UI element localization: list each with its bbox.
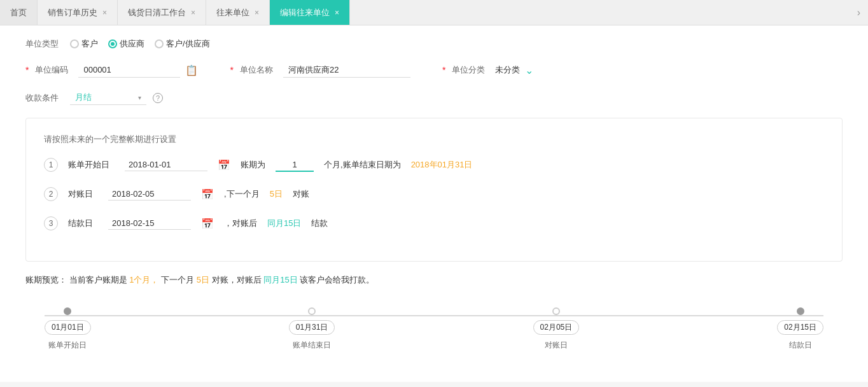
unit-category-group: * 单位分类 未分类 ⌄ xyxy=(442,64,622,76)
tab-counterpart-units-label: 往来单位 xyxy=(216,7,249,18)
preview-highlight3: 同月15日 xyxy=(263,275,297,285)
tab-edit-counterpart-label: 编辑往来单位 xyxy=(280,7,330,18)
preview-text-2: 下一个月 xyxy=(161,275,194,285)
payment-terms-select[interactable]: 月结 ▾ xyxy=(70,90,146,105)
step-1-calendar-icon[interactable]: 📅 xyxy=(218,159,230,171)
payment-terms-row: 收款条件 月结 ▾ ? xyxy=(25,90,843,105)
preview-text-3: 对账，对账后 xyxy=(212,275,262,285)
timeline-label-3: 对账日 xyxy=(545,340,568,351)
tab-edit-counterpart[interactable]: 编辑往来单位 × xyxy=(270,0,350,25)
timeline-point-3: 02月05日 对账日 xyxy=(533,301,580,351)
help-icon[interactable]: ? xyxy=(153,93,163,103)
step-1-suffix-before: 账期为 xyxy=(241,159,265,171)
step-1-num: 1 xyxy=(44,158,58,172)
unit-category-star: * xyxy=(442,65,445,75)
preview-label: 账期预览： xyxy=(25,275,67,285)
step-2-row: 2 对账日 📅 ,下一个月 5日 对账 xyxy=(44,187,824,201)
radio-customer-circle xyxy=(70,39,79,48)
unit-category-value: 未分类 xyxy=(495,64,520,76)
payment-terms-value: 月结 xyxy=(75,92,136,103)
unit-code-icon[interactable]: 📋 xyxy=(185,64,198,76)
step-1-row: 1 账单开始日 📅 账期为 个月,账单结束日期为 2018年01月31日 xyxy=(44,158,824,172)
step-3-suffix-pre: ，对账后 xyxy=(224,218,257,229)
tab-home[interactable]: 首页 xyxy=(0,0,38,25)
tab-sales-order-history[interactable]: 销售订单历史 × xyxy=(38,0,118,25)
step-2-suffix-pre: ,下一个月 xyxy=(224,188,260,200)
radio-both[interactable]: 客户/供应商 xyxy=(155,38,210,50)
step-3-suffix-post: 结款 xyxy=(311,218,328,229)
timeline-label-2: 账单结束日 xyxy=(293,340,331,351)
radio-customer-label: 客户 xyxy=(81,38,98,50)
tab-expand-button[interactable]: › xyxy=(850,0,868,25)
timeline-badge-1: 01月01日 xyxy=(45,320,91,335)
radio-group-unit-type: 客户 供应商 客户/供应商 xyxy=(70,38,210,50)
step-1-date-input[interactable] xyxy=(125,158,207,171)
tab-sales-order-history-close[interactable]: × xyxy=(102,8,107,17)
radio-customer[interactable]: 客户 xyxy=(70,38,98,50)
step-2-highlight: 5日 xyxy=(270,188,283,200)
timeline-wrapper: 01月01日 账单开始日 01月31日 账单结束日 02月05日 对账日 02月… xyxy=(25,301,843,351)
timeline-label-4: 结款日 xyxy=(789,340,812,351)
step-2-calendar-icon[interactable]: 📅 xyxy=(201,188,214,201)
preview-text-4: 该客户会给我打款。 xyxy=(300,275,374,285)
unit-name-input[interactable] xyxy=(283,62,410,78)
timeline-label-1: 账单开始日 xyxy=(48,340,87,351)
preview-text: 账期预览： 当前客户账期是 1个月， 下一个月 5日 对账，对账后 同月15日 … xyxy=(25,274,843,286)
main-content: 单位类型 客户 供应商 客户/供应商 * 单位编码 📋 * xyxy=(0,25,868,382)
payment-terms-chevron-icon: ▾ xyxy=(138,94,141,101)
unit-category-label: 单位分类 xyxy=(452,64,485,76)
step-1-end-date: 2018年01月31日 xyxy=(411,159,473,171)
preview-highlight1: 1个月， xyxy=(129,275,158,285)
radio-both-label: 客户/供应商 xyxy=(166,38,210,50)
unit-code-star: * xyxy=(25,65,29,75)
radio-supplier-circle xyxy=(108,39,117,48)
radio-supplier-label: 供应商 xyxy=(120,38,144,50)
step-1-suffix-after: 个月,账单结束日期为 xyxy=(324,159,401,171)
unit-category-select[interactable]: 未分类 ⌄ xyxy=(495,64,622,76)
timeline-badge-3: 02月05日 xyxy=(533,320,580,335)
step-3-date-input[interactable] xyxy=(108,217,191,230)
step-2-suffix-post: 对账 xyxy=(293,188,309,200)
tab-sales-order-history-label: 销售订单历史 xyxy=(48,7,97,18)
timeline-items: 01月01日 账单开始日 01月31日 账单结束日 02月05日 对账日 02月… xyxy=(45,301,823,351)
tab-counterpart-units-close[interactable]: × xyxy=(255,8,259,17)
step-3-calendar-icon[interactable]: 📅 xyxy=(201,218,214,230)
chevron-down-icon: ⌄ xyxy=(525,64,533,76)
unit-type-label: 单位类型 xyxy=(25,38,59,50)
timeline-point-4: 02月15日 结款日 xyxy=(777,301,823,351)
radio-supplier[interactable]: 供应商 xyxy=(108,38,144,50)
unit-code-group: * 单位编码 📋 xyxy=(25,62,198,78)
timeline-dot-2 xyxy=(308,307,316,315)
step-2-date-input[interactable] xyxy=(108,188,191,201)
tab-cash-ledger-close[interactable]: × xyxy=(191,8,195,17)
step-1-month-input[interactable] xyxy=(276,158,314,172)
unit-name-star: * xyxy=(230,65,233,75)
tab-cash-ledger[interactable]: 钱货日清工作台 × xyxy=(118,0,206,25)
unit-name-group: * 单位名称 xyxy=(230,62,410,78)
unit-info-row: * 单位编码 📋 * 单位名称 * 单位分类 未分类 ⌄ xyxy=(25,62,843,78)
tab-bar: 首页 销售订单历史 × 钱货日清工作台 × 往来单位 × 编辑往来单位 × › xyxy=(0,0,868,25)
timeline-dot-1 xyxy=(64,307,71,315)
timeline-badge-4: 02月15日 xyxy=(777,320,823,335)
step-2-label: 对账日 xyxy=(68,188,93,200)
step-3-label: 结款日 xyxy=(68,218,93,229)
step-3-row: 3 结款日 📅 ，对账后 同月15日 结款 xyxy=(44,216,824,230)
unit-code-input[interactable] xyxy=(78,62,180,78)
tab-home-label: 首页 xyxy=(10,7,27,18)
unit-name-label: 单位名称 xyxy=(240,64,273,76)
step-2-num: 2 xyxy=(44,187,58,201)
timeline-point-2: 01月31日 账单结束日 xyxy=(289,301,335,351)
preview-text-1: 当前客户账期是 xyxy=(69,275,127,285)
tab-edit-counterpart-close[interactable]: × xyxy=(335,8,339,17)
timeline-badge-2: 01月31日 xyxy=(289,320,335,335)
preview-highlight2: 5日 xyxy=(197,275,209,285)
unit-type-row: 单位类型 客户 供应商 客户/供应商 xyxy=(25,38,843,50)
unit-code-label: 单位编码 xyxy=(35,64,68,76)
step-3-num: 3 xyxy=(44,216,58,230)
step-3-highlight: 同月15日 xyxy=(267,218,301,229)
payment-terms-label: 收款条件 xyxy=(25,92,59,104)
tab-counterpart-units[interactable]: 往来单位 × xyxy=(206,0,270,25)
tab-cash-ledger-label: 钱货日清工作台 xyxy=(128,7,186,18)
timeline-dot-4 xyxy=(797,307,804,315)
radio-both-circle xyxy=(155,39,164,48)
